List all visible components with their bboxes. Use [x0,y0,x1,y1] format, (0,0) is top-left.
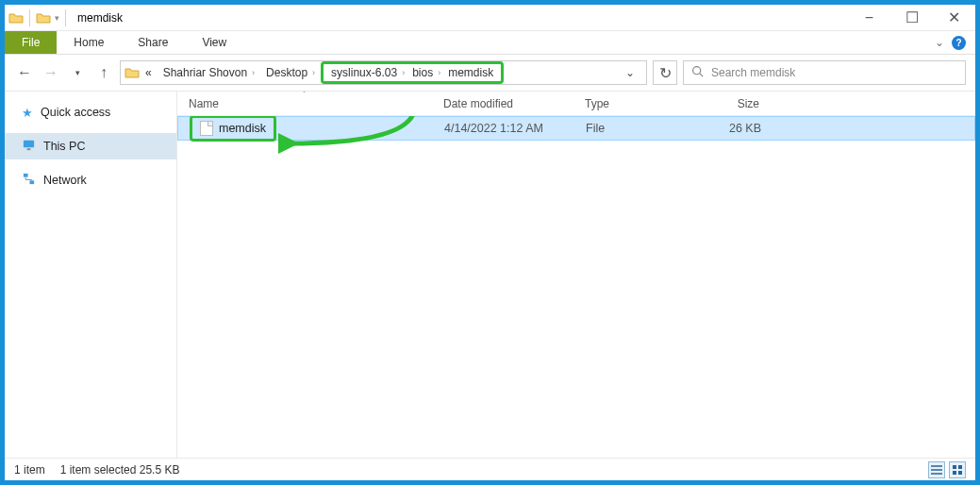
search-placeholder: Search memdisk [711,66,795,79]
status-selection: 1 item selected 25.5 KB [60,463,180,477]
tab-home[interactable]: Home [57,31,121,54]
chevron-right-icon: › [252,68,255,77]
breadcrumb-item[interactable]: bios › [408,66,444,79]
status-bar: 1 item 1 item selected 25.5 KB [5,458,975,480]
network-icon [22,172,36,189]
chevron-right-icon: › [402,68,405,77]
svg-rect-5 [29,180,34,184]
window-controls: − ☐ ✕ [848,5,975,31]
svg-rect-4 [24,174,28,177]
thumbnails-view-button[interactable] [949,461,966,478]
column-size[interactable]: Size [677,92,772,115]
search-icon [691,65,704,80]
breadcrumb-item[interactable]: syslinux-6.03 › [327,66,408,79]
search-input[interactable]: Search memdisk [683,60,966,85]
titlebar: ▾ memdisk − ☐ ✕ [5,5,975,31]
folder-icon[interactable] [36,10,51,25]
file-icon [200,121,213,136]
file-size: 26 KB [678,122,772,135]
breadcrumb-label: Shahriar Shovon [163,66,247,79]
quick-access-toolbar: ▾ memdisk [5,9,126,26]
nav-pane: ★ Quick access This PC Network [5,92,177,458]
address-dropdown-icon[interactable]: ⌄ [618,66,642,79]
main-area: ★ Quick access This PC Network N [5,91,975,458]
breadcrumb-label: Desktop [266,66,307,79]
expand-ribbon-icon[interactable]: ⌄ [935,36,944,49]
column-headers: Name ˆ Date modified Type Size [177,92,975,116]
svg-rect-7 [958,465,962,469]
sidebar-item-label: This PC [43,140,85,153]
tab-view[interactable]: View [185,31,243,54]
svg-rect-6 [953,465,956,469]
breadcrumb-label: bios [412,66,433,79]
window-title: memdisk [77,11,123,25]
file-name: memdisk [219,122,266,135]
svg-point-0 [693,67,701,75]
breadcrumb-item[interactable]: Desktop › [260,61,321,84]
sidebar-item-quick-access[interactable]: ★ Quick access [5,99,176,125]
column-name[interactable]: Name ˆ [177,92,432,115]
svg-line-1 [700,74,703,76]
monitor-icon [22,138,36,155]
refresh-button[interactable]: ↻ [653,60,677,85]
divider [65,9,66,26]
minimize-button[interactable]: − [848,5,890,31]
sort-ascending-icon: ˆ [303,91,306,98]
breadcrumb-label: syslinux-6.03 [331,66,397,79]
svg-rect-2 [24,141,34,148]
svg-rect-8 [953,471,956,475]
up-button[interactable]: ↑ [93,62,114,83]
breadcrumb-highlight: syslinux-6.03 › bios › memdisk [321,61,504,84]
status-item-count: 1 item [14,463,45,477]
view-buttons [928,461,966,478]
back-button[interactable]: ← [14,62,35,83]
forward-button[interactable]: → [41,62,61,83]
breadcrumb-item[interactable]: Shahriar Shovon › [158,61,260,84]
svg-rect-9 [958,471,962,475]
breadcrumb-item[interactable]: memdisk [444,66,497,79]
details-view-button[interactable] [928,461,945,478]
file-date: 4/14/2022 1:12 AM [433,122,574,135]
star-icon: ★ [22,106,33,120]
help-icon[interactable]: ? [952,36,966,50]
chevron-right-icon: › [312,68,315,77]
maximize-button[interactable]: ☐ [890,5,933,31]
navigation-bar: ← → ▾ ↑ « Shahriar Shovon › Desktop › sy… [5,55,975,91]
app-icon [8,10,24,25]
column-date[interactable]: Date modified [432,92,573,115]
folder-icon [125,65,140,80]
close-button[interactable]: ✕ [933,5,975,31]
tab-file[interactable]: File [5,31,57,54]
file-highlight: memdisk [190,116,276,142]
sidebar-item-this-pc[interactable]: This PC [5,133,176,159]
explorer-window: ▾ memdisk − ☐ ✕ File Home Share View ⌄ ?… [4,4,976,481]
address-bar[interactable]: « Shahriar Shovon › Desktop › syslinux-6… [120,60,647,85]
tab-share[interactable]: Share [121,31,185,54]
sidebar-item-label: Network [43,174,87,187]
recent-dropdown-icon[interactable]: ▾ [67,62,88,83]
sidebar-item-network[interactable]: Network [5,167,176,193]
svg-rect-3 [27,148,31,150]
table-row[interactable]: memdisk 4/14/2022 1:12 AM File 26 KB [177,116,975,141]
breadcrumb-label: memdisk [448,66,493,79]
divider [29,9,30,26]
file-rows: memdisk 4/14/2022 1:12 AM File 26 KB [177,116,975,458]
breadcrumb-overflow[interactable]: « [140,61,158,84]
chevron-right-icon: › [438,68,440,77]
chevron-down-icon[interactable]: ▾ [55,13,59,23]
sidebar-item-label: Quick access [41,106,110,119]
file-type: File [574,122,678,135]
file-list: Name ˆ Date modified Type Size memdisk 4… [177,92,975,458]
column-type[interactable]: Type [573,92,677,115]
column-label: Name [189,97,219,110]
ribbon-tabs: File Home Share View ⌄ ? [5,31,975,55]
